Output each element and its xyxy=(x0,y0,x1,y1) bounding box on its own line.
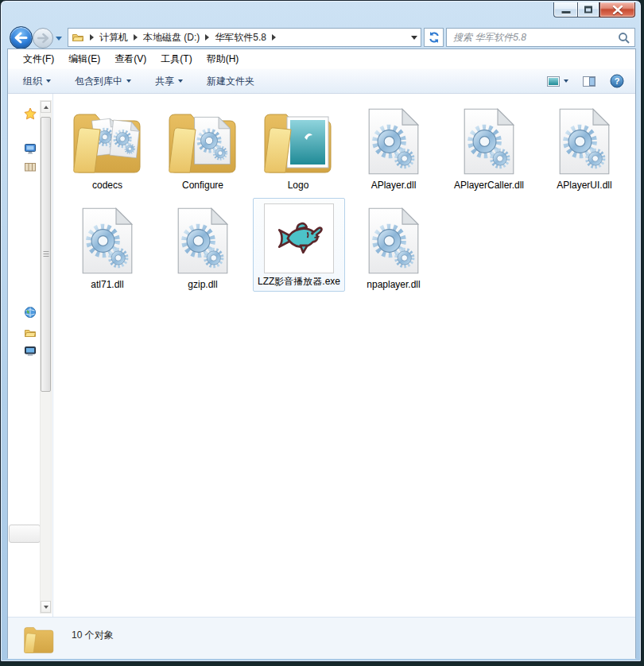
file-tile-logo[interactable]: Logo xyxy=(250,101,346,192)
nav-pane-item-highlight[interactable] xyxy=(9,525,41,543)
file-tile-aplayercaller-dll[interactable]: APlayerCaller.dll xyxy=(441,101,537,192)
file-name: Configure xyxy=(182,180,223,192)
libraries-icon[interactable] xyxy=(24,161,37,173)
folder-icon xyxy=(22,621,56,656)
preview-pane-icon xyxy=(583,76,596,87)
menu-view[interactable]: 查看(V) xyxy=(107,50,153,68)
search-box xyxy=(446,28,635,47)
file-name: LZZ影音播放器.exe xyxy=(258,276,340,288)
address-folder-icon xyxy=(72,31,84,44)
gears-document-icon xyxy=(177,200,229,277)
breadcrumb-separator xyxy=(134,34,138,41)
scrollbar-grip xyxy=(43,251,48,257)
scrollbar-thumb[interactable] xyxy=(41,117,51,392)
back-arrow-icon xyxy=(10,27,32,48)
include-in-library-label: 包含到库中 xyxy=(75,75,122,88)
organize-label: 组织 xyxy=(23,75,42,88)
folder-icon[interactable] xyxy=(24,327,37,339)
search-icon[interactable] xyxy=(618,32,630,45)
views-icon xyxy=(547,76,560,87)
breadcrumb-separator xyxy=(272,34,276,41)
breadcrumb-separator xyxy=(205,34,209,41)
back-button[interactable] xyxy=(10,26,33,49)
preview-pane-button[interactable] xyxy=(580,73,599,90)
forward-arrow-icon xyxy=(33,29,52,48)
address-bar[interactable]: 计算机 本地磁盘 (D:) 华军软件5.8 xyxy=(68,28,421,47)
file-name: Logo xyxy=(288,180,309,192)
menu-file[interactable]: 文件(F) xyxy=(16,50,61,68)
chevron-down-icon xyxy=(564,79,568,83)
file-name: APlayerUI.dll xyxy=(557,180,611,192)
file-name: npaplayer.dll xyxy=(367,279,420,291)
folder-with-photo-icon xyxy=(260,101,336,177)
triangle-up-icon xyxy=(44,106,48,109)
command-bar: 组织 包含到库中 共享 新建文件夹 xyxy=(8,68,635,94)
gears-document-icon xyxy=(367,101,420,177)
file-name: atl71.dll xyxy=(91,279,123,291)
network-icon[interactable] xyxy=(24,306,37,319)
include-in-library-button[interactable]: 包含到库中 xyxy=(68,72,138,91)
gears-document-icon xyxy=(367,200,420,277)
file-name: codecs xyxy=(92,180,122,192)
help-icon: ? xyxy=(610,74,624,88)
desktop-icon[interactable] xyxy=(24,142,37,155)
recent-pages-dropdown[interactable] xyxy=(56,37,62,41)
menu-edit[interactable]: 编辑(E) xyxy=(61,50,107,68)
breadcrumb-local-disk-d[interactable]: 本地磁盘 (D:) xyxy=(143,31,200,45)
search-input[interactable] xyxy=(447,29,634,46)
scroll-down-button[interactable] xyxy=(41,601,51,613)
client-area: 文件(F) 编辑(E) 查看(V) 工具(T) 帮助(H) 组织 包含到库中 xyxy=(7,48,636,658)
menu-tools[interactable]: 工具(T) xyxy=(153,50,199,68)
nav-pane-scrollbar[interactable] xyxy=(40,100,52,614)
maximize-button[interactable] xyxy=(577,2,599,17)
share-button[interactable]: 共享 xyxy=(148,72,190,91)
file-tile-npaplayer-dll[interactable]: npaplayer.dll xyxy=(346,200,441,291)
main-area: codecs Configure xyxy=(8,94,635,617)
folder-with-gear-documents-icon xyxy=(69,101,145,177)
computer-icon[interactable] xyxy=(24,345,37,358)
shark-icon xyxy=(264,203,334,273)
file-name: APlayerCaller.dll xyxy=(454,180,524,192)
help-button[interactable]: ? xyxy=(607,72,627,91)
breadcrumb-computer[interactable]: 计算机 xyxy=(99,31,128,45)
file-name: gzip.dll xyxy=(188,279,217,291)
file-tile-configure[interactable]: Configure xyxy=(155,101,250,192)
explorer-window: 计算机 本地磁盘 (D:) 华军软件5.8 文件(F) 编辑(E) 查看(V) … xyxy=(0,0,642,662)
close-button[interactable] xyxy=(599,2,635,17)
chevron-down-icon xyxy=(126,79,131,83)
breadcrumb-separator xyxy=(90,34,94,41)
file-tile-aplayerui-dll[interactable]: APlayerUI.dll xyxy=(537,101,632,192)
file-tile-codecs[interactable]: codecs xyxy=(60,101,155,192)
refresh-button[interactable] xyxy=(424,28,444,47)
file-tile-aplayer-dll[interactable]: APlayer.dll xyxy=(346,101,441,192)
menu-help[interactable]: 帮助(H) xyxy=(200,50,246,68)
chevron-down-icon xyxy=(46,79,51,83)
file-list: codecs Configure xyxy=(53,94,635,617)
triangle-down-icon xyxy=(44,606,48,609)
file-tile-gzip-dll[interactable]: gzip.dll xyxy=(155,200,250,291)
forward-button[interactable] xyxy=(33,28,53,48)
gears-document-icon xyxy=(81,200,134,277)
gears-document-icon xyxy=(463,101,515,177)
share-label: 共享 xyxy=(155,75,174,88)
navigation-pane xyxy=(8,94,53,617)
file-tile-atl71-dll[interactable]: atl71.dll xyxy=(60,200,155,291)
window-controls xyxy=(553,2,635,17)
file-tile-lzz-player-exe[interactable]: LZZ影音播放器.exe xyxy=(253,198,345,292)
breadcrumb-current-folder[interactable]: 华军软件5.8 xyxy=(215,31,266,45)
folder-with-gear-document-icon xyxy=(165,101,241,177)
address-dropdown-arrow[interactable] xyxy=(411,36,417,40)
svg-text:?: ? xyxy=(615,76,620,86)
scroll-up-button[interactable] xyxy=(41,101,51,113)
minimize-button[interactable] xyxy=(553,2,577,17)
maximize-icon xyxy=(584,6,592,14)
organize-button[interactable]: 组织 xyxy=(16,72,58,91)
details-pane: 10 个对象 xyxy=(8,617,635,659)
desktop-background: 计算机 本地磁盘 (D:) 华军软件5.8 文件(F) 编辑(E) 查看(V) … xyxy=(0,0,644,666)
new-folder-button[interactable]: 新建文件夹 xyxy=(200,72,262,91)
menu-bar: 文件(F) 编辑(E) 查看(V) 工具(T) 帮助(H) xyxy=(8,49,635,68)
favorites-star-icon[interactable] xyxy=(24,107,37,120)
change-view-button[interactable] xyxy=(544,73,572,90)
file-name: APlayer.dll xyxy=(371,180,417,192)
refresh-icon xyxy=(428,31,440,44)
